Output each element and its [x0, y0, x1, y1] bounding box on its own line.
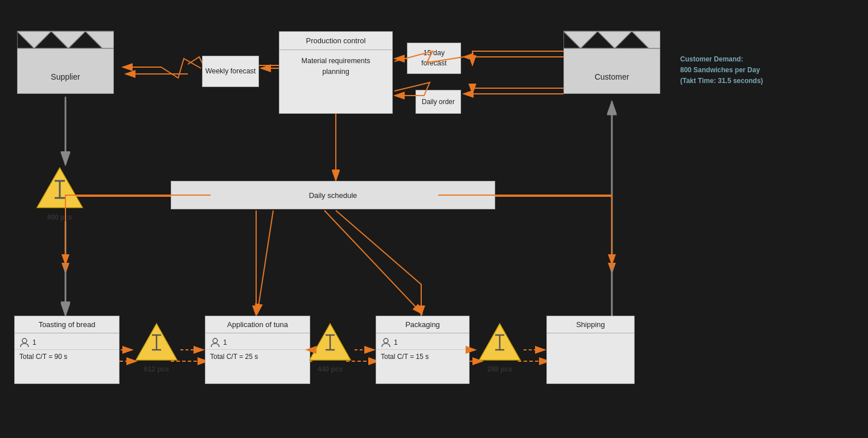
inventory-3: 288 pcs — [477, 321, 523, 373]
svg-marker-18 — [563, 31, 660, 48]
svg-point-29 — [213, 338, 217, 343]
worker-icon-tuna — [210, 337, 220, 348]
production-control-title: Production control — [279, 32, 392, 50]
svg-marker-15 — [17, 31, 114, 48]
inventory-2: 440 pcs — [307, 321, 353, 373]
customer-demand: Customer Demand: 800 Sandwiches per Day … — [680, 54, 763, 87]
packaging-title: Packaging — [376, 316, 469, 333]
svg-text:Customer: Customer — [595, 72, 630, 81]
inventory-1: 612 pcs — [134, 321, 179, 373]
daily-order-box: Daily order — [416, 90, 461, 114]
supplier-factory: Supplier — [17, 20, 114, 94]
process-packaging: Packaging 1 Total C/T = 15 s — [376, 316, 470, 384]
forecast-15day-box: 15 dayforecast — [407, 43, 461, 74]
shipping-title: Shipping — [547, 316, 634, 333]
production-control-box: Production control Material requirements… — [279, 31, 393, 114]
svg-rect-14 — [17, 48, 114, 94]
inventory-supplier: 800 pcs — [34, 165, 85, 221]
worker-icon-toasting — [19, 337, 30, 348]
weekly-forecast-box: Weekly forecast — [202, 56, 259, 87]
process-shipping: Shipping — [546, 316, 635, 384]
svg-rect-17 — [563, 48, 660, 94]
worker-icon-packaging — [381, 337, 391, 348]
toasting-title: Toasting of bread — [15, 316, 119, 333]
production-control-subtitle: Material requirementsplanning — [279, 50, 392, 83]
process-tuna: Application of tuna 1 Total C/T = 25 s — [205, 316, 310, 384]
daily-schedule-bar: Daily schedule — [171, 181, 495, 209]
process-toasting: Toasting of bread 1 Total C/T = 90 s — [14, 316, 120, 384]
tuna-title: Application of tuna — [205, 316, 310, 333]
svg-point-34 — [384, 338, 388, 343]
customer-factory: Customer — [563, 20, 660, 94]
svg-text:Supplier: Supplier — [51, 72, 80, 81]
svg-point-24 — [22, 338, 27, 343]
